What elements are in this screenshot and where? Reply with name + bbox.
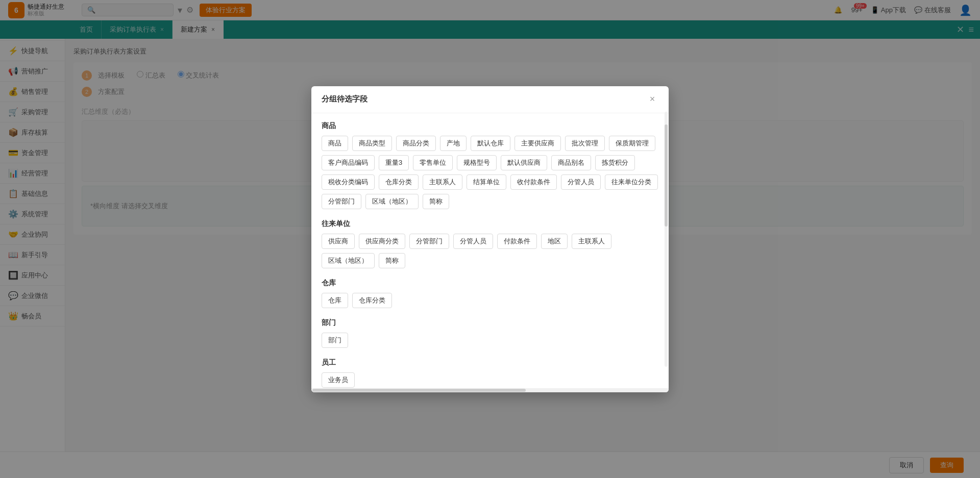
modal-close-btn[interactable]: × xyxy=(646,93,658,106)
field-tag-0-0[interactable]: 商品 xyxy=(322,136,348,151)
field-tags-1: 供应商供应商分类分管部门分管人员付款条件地区主联系人区域（地区）简称 xyxy=(322,234,658,268)
modal-body: 商品商品商品类型商品分类产地默认仓库主要供应商批次管理保质期管理客户商品编码重量… xyxy=(311,113,669,388)
field-tag-1-0[interactable]: 供应商 xyxy=(322,234,355,249)
field-tag-0-12[interactable]: 默认供应商 xyxy=(501,155,547,170)
field-tags-0: 商品商品类型商品分类产地默认仓库主要供应商批次管理保质期管理客户商品编码重量3零… xyxy=(322,136,658,209)
field-tag-0-23[interactable]: 区域（地区） xyxy=(365,194,419,209)
field-section-2: 仓库仓库仓库分类 xyxy=(322,279,658,308)
field-tag-0-6[interactable]: 批次管理 xyxy=(565,136,605,151)
field-tags-4: 业务员 xyxy=(322,372,658,388)
field-section-0: 商品商品商品类型商品分类产地默认仓库主要供应商批次管理保质期管理客户商品编码重量… xyxy=(322,121,658,209)
section-title-4: 员工 xyxy=(322,358,658,367)
hscroll-thumb xyxy=(312,389,526,392)
field-tag-0-19[interactable]: 收付款条件 xyxy=(510,174,557,190)
field-tag-0-17[interactable]: 主联系人 xyxy=(423,174,462,190)
field-tag-0-3[interactable]: 产地 xyxy=(440,136,467,151)
field-tag-0-15[interactable]: 税收分类编码 xyxy=(322,174,375,190)
field-select-modal: 分组待选字段 × 商品商品商品类型商品分类产地默认仓库主要供应商批次管理保质期管… xyxy=(311,86,669,392)
field-tag-2-0[interactable]: 仓库 xyxy=(322,293,348,308)
modal-title: 分组待选字段 xyxy=(322,94,368,104)
field-section-3: 部门部门 xyxy=(322,318,658,348)
field-tag-1-3[interactable]: 分管人员 xyxy=(453,234,493,249)
field-tag-0-7[interactable]: 保质期管理 xyxy=(609,136,655,151)
modal-header: 分组待选字段 × xyxy=(311,86,669,113)
section-title-2: 仓库 xyxy=(322,279,658,288)
field-tags-3: 部门 xyxy=(322,333,658,348)
field-tag-1-5[interactable]: 地区 xyxy=(541,234,568,249)
field-tag-0-20[interactable]: 分管人员 xyxy=(561,174,601,190)
field-tag-0-9[interactable]: 重量3 xyxy=(379,155,409,170)
field-tag-1-1[interactable]: 供应商分类 xyxy=(359,234,405,249)
field-tag-1-8[interactable]: 简称 xyxy=(379,253,405,268)
field-tag-1-6[interactable]: 主联系人 xyxy=(572,234,611,249)
field-tag-3-0[interactable]: 部门 xyxy=(322,333,348,348)
section-title-1: 往来单位 xyxy=(322,219,658,229)
field-tag-2-1[interactable]: 仓库分类 xyxy=(352,293,392,308)
field-tag-0-22[interactable]: 分管部门 xyxy=(322,194,361,209)
field-section-1: 往来单位供应商供应商分类分管部门分管人员付款条件地区主联系人区域（地区）简称 xyxy=(322,219,658,268)
modal-horizontal-scrollbar[interactable] xyxy=(311,388,669,392)
vscroll-thumb xyxy=(665,124,668,227)
field-tag-0-11[interactable]: 规格型号 xyxy=(457,155,497,170)
field-tag-0-10[interactable]: 零售单位 xyxy=(413,155,453,170)
field-tag-0-5[interactable]: 主要供应商 xyxy=(514,136,561,151)
field-section-4: 员工业务员 xyxy=(322,358,658,388)
field-tags-2: 仓库仓库分类 xyxy=(322,293,658,308)
field-tag-0-18[interactable]: 结算单位 xyxy=(467,174,506,190)
field-tag-0-24[interactable]: 简称 xyxy=(423,194,449,209)
field-tag-0-21[interactable]: 往来单位分类 xyxy=(605,174,658,190)
field-tag-0-13[interactable]: 商品别名 xyxy=(551,155,591,170)
field-tag-0-1[interactable]: 商品类型 xyxy=(352,136,392,151)
section-title-0: 商品 xyxy=(322,121,658,131)
section-title-3: 部门 xyxy=(322,318,658,328)
field-tag-1-2[interactable]: 分管部门 xyxy=(409,234,449,249)
field-tag-1-7[interactable]: 区域（地区） xyxy=(322,253,375,268)
field-tag-0-2[interactable]: 商品分类 xyxy=(396,136,436,151)
modal-vertical-scrollbar[interactable] xyxy=(665,112,668,367)
field-tag-0-14[interactable]: 拣货积分 xyxy=(595,155,635,170)
field-tag-4-0[interactable]: 业务员 xyxy=(322,372,355,388)
field-tag-0-16[interactable]: 仓库分类 xyxy=(379,174,419,190)
field-tag-0-4[interactable]: 默认仓库 xyxy=(471,136,510,151)
modal-overlay: 分组待选字段 × 商品商品商品类型商品分类产地默认仓库主要供应商批次管理保质期管… xyxy=(0,0,980,478)
field-tag-1-4[interactable]: 付款条件 xyxy=(497,234,537,249)
field-tag-0-8[interactable]: 客户商品编码 xyxy=(322,155,375,170)
